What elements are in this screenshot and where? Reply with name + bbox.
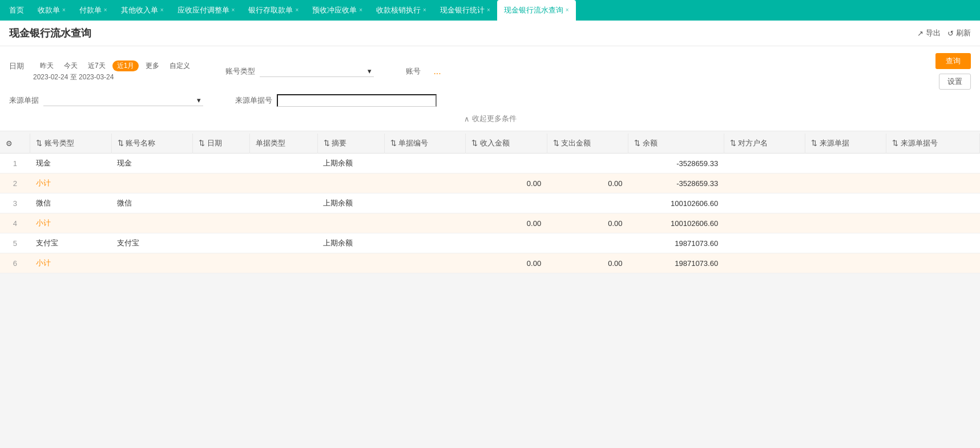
cell-source-doc-no: [886, 213, 980, 233]
account-type-filter-group: 账号类型 ▾: [225, 66, 374, 77]
nav-ar-ap-adjust[interactable]: 应收应付调整单 ×: [171, 0, 242, 21]
cell-summary: 上期余额: [317, 193, 384, 213]
cell-date: [193, 253, 250, 273]
cell-account-type: 小计: [30, 173, 111, 193]
nav-bank-deposit[interactable]: 银行存取款单 ×: [241, 0, 305, 21]
nav-other-income[interactable]: 其他收入单 ×: [114, 0, 171, 21]
close-icon[interactable]: ×: [566, 0, 569, 21]
cell-account-type: 微信: [30, 193, 111, 213]
date-btn-more[interactable]: 更多: [142, 60, 163, 71]
table-row[interactable]: 1现金现金上期余额-3528659.33: [0, 154, 980, 173]
gear-icon[interactable]: ⚙: [6, 139, 13, 148]
close-icon[interactable]: ×: [359, 0, 362, 21]
date-btn-custom[interactable]: 自定义: [166, 60, 193, 71]
date-filter-group: 日期 昨天 今天 近7天 近1月 更多 自定义 2023-02-24 至 202…: [9, 60, 193, 82]
cell-source-doc: [805, 154, 886, 173]
table-row[interactable]: 2小计0.000.00-3528659.33: [0, 173, 980, 193]
source-doc-no-label: 来源单据号: [235, 95, 272, 106]
col-account-name: ⇅ 账号名称: [111, 134, 192, 154]
col-gear: ⚙: [0, 134, 30, 154]
cell-counterpart: [724, 253, 805, 273]
table-row[interactable]: 3微信微信上期余额100102606.60: [0, 193, 980, 213]
cell-account-name: [111, 253, 192, 273]
date-options: 昨天 今天 近7天 近1月 更多 自定义: [37, 60, 193, 71]
nav-cash-bank-flow[interactable]: 现金银行流水查询 ×: [497, 0, 576, 21]
cell-balance: 100102606.60: [628, 213, 724, 233]
cell-doc-type: [250, 173, 318, 193]
source-doc-no-input[interactable]: [277, 94, 437, 107]
nav-receipts[interactable]: 收款单 ×: [31, 0, 72, 21]
cell-source-doc: [805, 213, 886, 233]
filter-area: 日期 昨天 今天 近7天 近1月 更多 自定义 2023-02-24 至 202…: [0, 46, 980, 131]
close-icon[interactable]: ×: [104, 0, 107, 21]
cell-account-name: [111, 213, 192, 233]
close-icon[interactable]: ×: [295, 0, 299, 21]
cell-doc-type: [250, 253, 318, 273]
account-filter-group: 账号 ...: [406, 66, 443, 76]
cell-expense: 0.00: [547, 213, 628, 233]
settings-button[interactable]: 设置: [939, 74, 971, 90]
account-type-label: 账号类型: [225, 66, 255, 76]
cell-counterpart: [724, 233, 805, 253]
date-range-display: 2023-02-24 至 2023-03-24: [9, 72, 193, 82]
data-table-container: ⚙ ⇅ 账号类型 ⇅ 账号名称 ⇅ 日期 单据类型 ⇅ 摘要 ⇅ 单据编号: [0, 134, 980, 273]
source-doc-no-filter-group: 来源单据号: [235, 94, 437, 107]
cell-doc-type: [250, 233, 318, 253]
table-row[interactable]: 6小计0.000.0019871073.60: [0, 253, 980, 273]
filter-row-2: 来源单据 ▾ 来源单据号: [9, 94, 971, 107]
cell-doc-type: [250, 213, 318, 233]
close-icon[interactable]: ×: [487, 0, 490, 21]
col-summary: ⇅ 摘要: [317, 134, 384, 154]
refresh-button[interactable]: ↺ 刷新: [947, 28, 971, 38]
close-icon[interactable]: ×: [160, 0, 164, 21]
nav-cash-bank-stat[interactable]: 现金银行统计 ×: [433, 0, 497, 21]
close-icon[interactable]: ×: [423, 0, 426, 21]
row-number: 1: [0, 154, 30, 173]
close-icon[interactable]: ×: [232, 0, 235, 21]
page-title: 现金银行流水查询: [9, 26, 91, 40]
nav-receipt-exec[interactable]: 收款核销执行 ×: [369, 0, 433, 21]
date-btn-7days[interactable]: 近7天: [84, 60, 109, 71]
close-icon[interactable]: ×: [62, 0, 66, 21]
collapse-bar[interactable]: ∧ 收起更多条件: [9, 111, 971, 126]
col-doc-no: ⇅ 单据编号: [384, 134, 465, 154]
nav-advance-offset[interactable]: 预收冲应收单 ×: [305, 0, 369, 21]
date-btn-1month[interactable]: 近1月: [112, 60, 139, 71]
col-doc-type: 单据类型: [250, 134, 318, 154]
cell-summary: 上期余额: [317, 233, 384, 253]
query-button[interactable]: 查询: [935, 53, 971, 69]
cell-balance: 19871073.60: [628, 253, 724, 273]
nav-home[interactable]: 首页: [2, 0, 31, 21]
cell-balance: -3528659.33: [628, 154, 724, 173]
date-btn-today[interactable]: 今天: [61, 60, 81, 71]
cell-account-name: [111, 173, 192, 193]
cell-source-doc: [805, 193, 886, 213]
account-dots[interactable]: ...: [433, 66, 441, 76]
account-label: 账号: [406, 66, 429, 76]
cell-source-doc: [805, 253, 886, 273]
cell-date: [193, 193, 250, 213]
account-type-select[interactable]: ▾: [260, 66, 374, 77]
source-doc-label: 来源单据: [9, 95, 39, 106]
cell-income: [466, 154, 547, 173]
cell-account-type: 小计: [30, 253, 111, 273]
nav-payments[interactable]: 付款单 ×: [72, 0, 114, 21]
date-btn-yesterday[interactable]: 昨天: [37, 60, 57, 71]
export-button[interactable]: ↗ 导出: [917, 28, 941, 38]
export-icon: ↗: [917, 29, 923, 38]
cell-summary: 上期余额: [317, 154, 384, 173]
cell-balance: 100102606.60: [628, 193, 724, 213]
cell-counterpart: [724, 213, 805, 233]
chevron-down-icon: ▾: [197, 96, 201, 104]
cell-account-name: 支付宝: [111, 233, 192, 253]
table-row[interactable]: 4小计0.000.00100102606.60: [0, 213, 980, 233]
cell-doc-no: [384, 154, 465, 173]
source-doc-select[interactable]: ▾: [43, 95, 203, 106]
cell-doc-no: [384, 253, 465, 273]
cell-source-doc-no: [886, 154, 980, 173]
table-row[interactable]: 5支付宝支付宝上期余额19871073.60: [0, 233, 980, 253]
cell-doc-no: [384, 233, 465, 253]
cell-counterpart: [724, 193, 805, 213]
col-balance: ⇅ 余额: [628, 134, 724, 154]
col-account-type: ⇅ 账号类型: [30, 134, 111, 154]
